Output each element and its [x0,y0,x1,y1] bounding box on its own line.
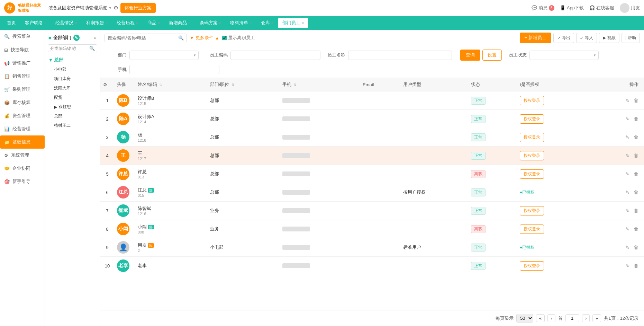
last-page-btn[interactable]: » [592,314,601,322]
user-avatar-item[interactable]: 用友 [620,3,640,13]
th-phone[interactable]: 手机 ⇅ [280,78,360,91]
show-resigned-label[interactable]: 显示离职员工 [222,35,255,41]
delete-button[interactable]: 🗑 [632,152,640,159]
dept-item-general[interactable]: ▼ 总部 [45,55,100,65]
sidebar-item-purchase[interactable]: 🛒 采购管理 [0,83,45,96]
nav-tab-bom[interactable]: 物料清单 × [226,18,256,28]
sidebar-item-enterprise[interactable]: 🤝 企业协同 [0,162,45,175]
delete-button[interactable]: 🗑 [632,207,640,214]
delete-button[interactable]: 🗑 [632,115,640,122]
delete-button[interactable]: 🗑 [632,189,640,196]
sidebar-item-basic-info[interactable]: 📁 基础信息 [0,135,45,149]
dept-item-general-sub[interactable]: 总部 [51,112,100,121]
export-button[interactable]: ↗ 导出 [553,33,574,43]
emp-status-select-wrap[interactable] [529,51,599,60]
edit-button[interactable]: ✎ [624,244,631,251]
close-icon[interactable]: × [250,21,252,25]
nav-tab-dept-emp[interactable]: 部门员工 × [278,18,308,28]
delete-button[interactable]: 🗑 [632,134,640,141]
sidebar-item-inventory[interactable]: 📦 库存核算 [0,96,45,109]
close-icon[interactable]: × [44,21,46,25]
query-button[interactable]: 查询 [460,50,480,61]
app-download-item[interactable]: 📱 App下载 [560,5,584,11]
title-dropdown-icon[interactable]: ▾ [109,5,111,10]
sidebar-item-quick-nav[interactable]: ⊞ 快捷导航 [0,43,45,56]
dept-item-distribution[interactable]: 配货 [51,93,100,102]
per-page-select[interactable]: 50 [516,314,533,323]
close-icon[interactable]: × [106,21,108,25]
emp-status-select[interactable] [529,51,599,60]
delete-button[interactable]: 🗑 [632,262,640,269]
search-input[interactable] [108,35,177,41]
dept-search-input[interactable] [50,46,88,51]
nav-tab-warehouse[interactable]: 仓库 × [257,18,278,28]
close-icon[interactable]: × [158,21,160,25]
show-resigned-checkbox[interactable] [222,36,227,40]
delete-button[interactable]: 🗑 [632,97,640,104]
sidebar-item-operations[interactable]: 📊 经营管理 [0,122,45,135]
edit-button[interactable]: ✎ [624,226,631,232]
next-page-btn[interactable]: › [582,314,590,322]
close-icon[interactable]: × [188,21,190,25]
nav-tab-customer[interactable]: 客户联络 × [21,18,51,28]
dept-select-wrap[interactable] [129,51,199,60]
sidebar-item-finance[interactable]: 💰 资金管理 [0,109,45,122]
th-settings[interactable]: ⚙ [100,78,114,91]
authorize-button[interactable]: 授权登录 [520,114,544,124]
sidebar-search[interactable]: 🔍 搜索菜单 [0,30,45,43]
first-page-btn[interactable]: « [536,314,545,322]
dept-item-small-elec[interactable]: 小电部 [51,65,100,74]
trial-button[interactable]: 体验行业方案 [120,3,156,13]
phone-input[interactable] [129,65,219,74]
dept-item-shuanghong[interactable]: ▶ 双虹想 [51,102,100,112]
view-button[interactable]: ▶ 视频 [599,33,619,43]
gear-button[interactable]: ⚙ [114,5,118,11]
edit-button[interactable]: ✎ [624,134,631,141]
dept-item-shenyang[interactable]: 沈阳大库 [51,83,100,93]
edit-button[interactable]: ✎ [624,170,631,177]
edit-button[interactable]: ✎ [624,115,631,122]
dept-item-planting[interactable]: 植树王二 [51,121,100,130]
dept-collapse-btn[interactable]: « [94,35,97,41]
close-icon[interactable]: × [136,21,138,25]
dept-edit-icon[interactable]: ✎ [73,35,80,41]
sidebar-item-marketing[interactable]: 📢 营销推广 [0,56,45,70]
authorize-button[interactable]: 授权登录 [520,96,544,105]
set-button[interactable]: 设置 [482,50,502,61]
prev-page-btn[interactable]: ‹ [547,314,555,322]
sidebar-item-guide[interactable]: 🎯 新手引导 [0,175,45,188]
add-employee-button[interactable]: + 新增员工 [520,33,551,43]
nav-tab-profit[interactable]: 利润报告 × [82,18,112,28]
current-page-input[interactable] [565,314,579,322]
authorize-button[interactable]: 授权登录 [520,224,544,234]
emp-name-input[interactable] [348,51,452,60]
close-icon[interactable]: × [271,21,273,25]
authorize-button[interactable]: 授权登录 [520,261,544,271]
delete-button[interactable]: 🗑 [632,226,640,232]
nav-tab-barcode[interactable]: 条码方案 × [196,18,225,28]
authorize-button[interactable]: 授权登录 [520,151,544,160]
dept-search-box[interactable]: 🔍 [48,44,97,52]
sidebar-item-sales[interactable]: 📋 销售管理 [0,70,45,83]
nav-tab-goods[interactable]: 商品 × [143,18,164,28]
th-name[interactable]: 姓名/编码 ⇅ [135,78,207,91]
import-button[interactable]: ↙ 导入 [576,33,597,43]
delete-button[interactable]: 🗑 [632,170,640,177]
close-icon-active[interactable]: × [302,21,304,25]
message-item[interactable]: 💬 消息 5 [532,5,554,11]
help-button[interactable]: | 帮助 [622,33,640,43]
delete-button[interactable]: 🗑 [632,244,640,251]
more-filter-btn[interactable]: ▼ 更多条件 ▲ [190,35,219,41]
online-service-item[interactable]: 🎧 在线客服 [589,5,614,11]
edit-button[interactable]: ✎ [624,207,631,214]
nav-tab-new-goods[interactable]: 新增商品 × [165,18,194,28]
edit-button[interactable]: ✎ [624,97,631,104]
close-icon[interactable]: × [75,21,77,25]
search-box[interactable]: 🔍 [105,34,187,42]
authorize-button[interactable]: 授权登录 [520,133,544,142]
authorize-button[interactable]: 授权登录 [520,169,544,179]
nav-tab-history[interactable]: 经营历程 × [112,18,142,28]
dept-item-project-store[interactable]: 项目库房 [51,74,100,83]
edit-button[interactable]: ✎ [624,189,631,196]
edit-button[interactable]: ✎ [624,262,631,269]
